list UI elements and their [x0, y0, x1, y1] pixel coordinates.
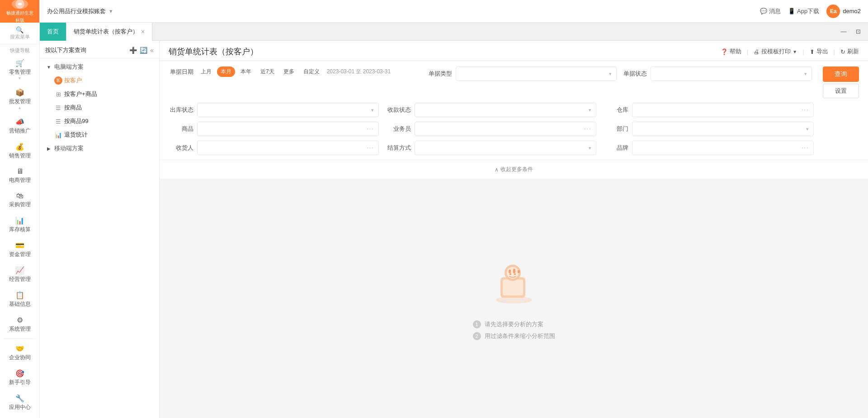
sidebar-item-wechat[interactable]: 💬 企业微信	[2, 415, 38, 418]
date-tab-prev-month[interactable]: 上月	[197, 66, 215, 77]
user-menu[interactable]: Ea demo2	[826, 5, 861, 18]
mobile-arrow[interactable]: ▶	[45, 145, 52, 152]
out-status-arrow: ▾	[371, 107, 374, 113]
date-tab-last7[interactable]: 近7天	[257, 66, 278, 77]
tab-restore-btn[interactable]: ⊡	[852, 25, 864, 38]
export-btn[interactable]: ⬆ 导出	[810, 48, 828, 56]
inventory-icon: 📊	[15, 216, 24, 225]
department-select[interactable]: ▾	[632, 122, 814, 136]
sidebar-item-inventory[interactable]: 📊 库存核算	[2, 213, 38, 237]
app-download-btn[interactable]: 📱 App下载	[788, 7, 819, 15]
operation-icon: 📈	[15, 266, 24, 275]
refresh-btn[interactable]: ↻ 刷新	[840, 48, 859, 56]
query-button[interactable]: 查询	[823, 66, 859, 82]
chart-icon: ⊞	[54, 90, 62, 98]
app-logo[interactable]: 畅捷通好生意 标版	[0, 0, 39, 23]
header-left: 办公用品行业模拟账套 ▾	[47, 7, 113, 15]
brand-field[interactable]: ···	[632, 141, 814, 155]
receipt-status-select[interactable]: ▾	[415, 103, 596, 117]
out-status-select[interactable]: ▾	[197, 103, 379, 117]
sidebar-item-system[interactable]: ⚙ 系统管理	[2, 312, 38, 337]
warehouse-field[interactable]: ···	[632, 103, 814, 117]
message-btn[interactable]: 💬 消息	[760, 7, 781, 15]
print-arrow: ▼	[793, 49, 797, 54]
ecommerce-icon: 🖥	[16, 167, 24, 176]
date-tab-this-month[interactable]: 本月	[217, 66, 235, 77]
receiver-field[interactable]: ···	[197, 141, 379, 155]
date-tab-custom[interactable]: 自定义	[300, 66, 323, 77]
doc-status-select[interactable]: ▾	[651, 66, 812, 81]
sidebar-item-app-center[interactable]: 🔧 应用中心	[2, 390, 38, 415]
left-panel: 按以下方案查询 ➕ 🔄 « ▼ 电脑端方案 客 按客户 ⊞ 按客户+商品	[40, 41, 160, 418]
date-tab-more[interactable]: 更多	[280, 66, 298, 77]
goods-field[interactable]: ···	[197, 122, 379, 136]
nav-label: 快捷导航	[0, 44, 39, 55]
tab-home[interactable]: 首页	[40, 23, 66, 41]
tree-item-by-goods[interactable]: ☰ 按商品	[40, 101, 159, 114]
settlement-select[interactable]: ▾	[415, 141, 596, 155]
system-icon: ⚙	[17, 316, 23, 324]
breadcrumb-dropdown[interactable]: ▾	[109, 8, 113, 14]
doc-type-label: 单据类型	[427, 70, 452, 78]
sales-icon: 💰	[15, 142, 24, 151]
empty-tip-1: 1 请先选择要分析的方案	[473, 320, 555, 328]
tree-item-by-customer-goods[interactable]: ⊞ 按客户+商品	[40, 87, 159, 101]
date-tab-this-year[interactable]: 本年	[237, 66, 255, 77]
template-print-btn[interactable]: 🖨 按模板打印 ▼	[754, 48, 797, 56]
message-icon: 💬	[760, 8, 767, 14]
salesperson-field[interactable]: ···	[415, 122, 596, 136]
salesperson-label: 业务员	[386, 125, 411, 133]
tab-close-icon[interactable]: ×	[141, 28, 145, 35]
sidebar-item-basic[interactable]: 📋 基础信息	[2, 287, 38, 312]
tree-item-by-customer[interactable]: 客 按客户	[40, 74, 159, 87]
sidebar-item-ecommerce[interactable]: 🖥 电商管理	[2, 164, 38, 188]
sidebar-item-newbie[interactable]: 🎯 新手引导	[2, 366, 38, 390]
sidebar-item-purchase[interactable]: 🛍 采购管理	[2, 188, 38, 212]
page-actions: ❓ 帮助 | 🖨 按模板打印 ▼ | ⬆ 导出 |	[721, 48, 859, 56]
wholesale-icon: 📦	[15, 88, 24, 97]
logo-icon	[12, 0, 28, 9]
sidebar-item-finance[interactable]: 💳 资金管理	[2, 238, 38, 262]
sidebar-item-retail[interactable]: 🛒 零售管理 ▼	[2, 55, 38, 84]
goods-label: 商品	[169, 125, 193, 133]
sidebar-item-marketing[interactable]: 📣 营销推广	[2, 114, 38, 138]
filter-section: 单据日期 上月 本月 本年 近7天 更多 自定义 2023-03-01 至 20…	[160, 61, 868, 179]
finance-icon: 💳	[15, 241, 24, 250]
action-buttons: 查询 设置	[817, 66, 859, 98]
sidebar-item-sales[interactable]: 💰 销售管理	[2, 139, 38, 163]
department-arrow: ▾	[806, 126, 809, 132]
export-icon: ⬆	[810, 48, 815, 55]
left-panel-actions: ➕ 🔄 «	[129, 47, 154, 54]
help-btn[interactable]: ❓ 帮助	[721, 48, 741, 56]
svg-rect-3	[503, 280, 523, 295]
empty-state: 1 请先选择要分析的方案 2 用过滤条件来缩小分析范围	[160, 179, 868, 418]
collapse-filter-btn[interactable]: ∧ 收起更多条件	[495, 163, 533, 176]
tab-sales-stats[interactable]: 销货单统计表（按客户） ×	[66, 23, 152, 41]
tab-minimize-btn[interactable]: —	[837, 25, 850, 38]
collapse-panel-btn[interactable]: «	[150, 47, 154, 54]
search-menu[interactable]: 🔍 搜索菜单	[0, 23, 39, 44]
print-icon: 🖨	[754, 48, 760, 55]
sidebar-item-wholesale[interactable]: 📦 批发管理 ▲	[2, 85, 38, 114]
sidebar-item-operation[interactable]: 📈 经营管理	[2, 262, 38, 287]
tree-item-by-goods99[interactable]: ☰ 按商品99	[40, 114, 159, 128]
retail-icon: 🛒	[15, 59, 24, 67]
section-arrow[interactable]: ▼	[45, 63, 52, 71]
svg-rect-6	[509, 270, 511, 273]
brand-label: 品牌	[604, 144, 628, 152]
settlement-label: 结算方式	[386, 144, 411, 152]
help-icon: ❓	[721, 48, 728, 55]
receipt-status-arrow: ▾	[589, 107, 591, 113]
breadcrumb: 办公用品行业模拟账套	[47, 7, 106, 15]
refresh-scheme-btn[interactable]: 🔄	[140, 47, 147, 54]
add-scheme-btn[interactable]: ➕	[129, 47, 137, 54]
sidebar-item-enterprise[interactable]: 🤝 企业协同	[2, 341, 38, 365]
table-icon: ☰	[54, 104, 62, 112]
table2-icon: ☰	[54, 117, 62, 125]
active-dot: 客	[54, 76, 62, 85]
refresh-icon: ↻	[840, 48, 845, 55]
doc-type-arrow: ▾	[609, 71, 612, 77]
settings-button[interactable]: 设置	[823, 84, 859, 98]
doc-type-select[interactable]: ▾	[456, 66, 617, 81]
tree-item-refund-stats[interactable]: 📊 退货统计	[40, 128, 159, 142]
